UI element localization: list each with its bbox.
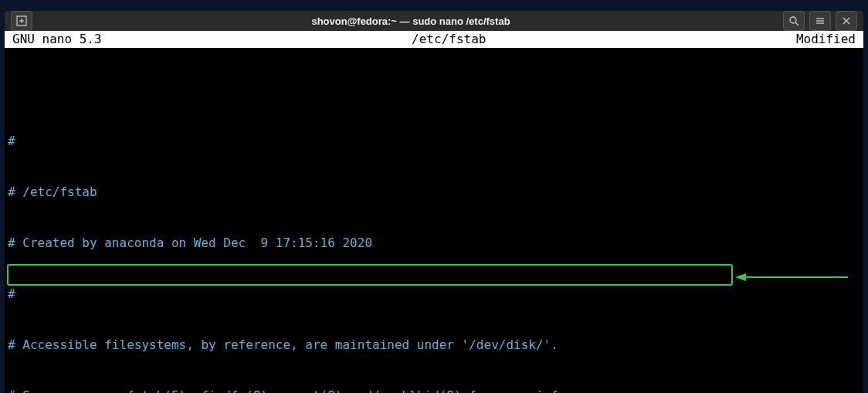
svg-point-3 [790,17,796,23]
comment-line: # See man pages fstab(5), findfs(8), mou… [5,388,863,393]
comment-line: # Created by anaconda on Wed Dec 9 17:15… [5,235,863,252]
comment-line: # /etc/fstab [5,184,863,201]
search-button[interactable] [783,11,805,31]
comment-line: # [5,133,863,150]
window-title: shovon@fedora:~ — sudo nano /etc/fstab [39,15,783,27]
nano-file-path: /etc/fstab [102,31,796,48]
hamburger-icon [815,15,826,26]
editor-area[interactable]: # # /etc/fstab # Created by anaconda on … [5,48,863,393]
svg-line-4 [795,22,798,25]
new-tab-icon [16,15,27,26]
svg-marker-11 [735,273,746,281]
new-tab-button[interactable] [11,11,32,31]
search-icon [788,15,799,26]
nano-app-name: GNU nano 5.3 [12,31,102,48]
nano-statusbar: GNU nano 5.3 /etc/fstab Modified [5,31,863,48]
titlebar: shovon@fedora:~ — sudo nano /etc/fstab [5,11,863,31]
close-icon [842,16,851,25]
nano-modified-flag: Modified [796,31,856,48]
terminal-window: shovon@fedora:~ — sudo nano /etc/fstab [5,11,863,382]
annotation-arrow-icon [735,273,848,282]
annotation-highlight [7,264,733,286]
close-button[interactable] [836,11,857,31]
comment-line: # Accessible filesystems, by reference, … [5,337,863,354]
comment-line: # [5,286,863,303]
menu-button[interactable] [809,11,831,31]
